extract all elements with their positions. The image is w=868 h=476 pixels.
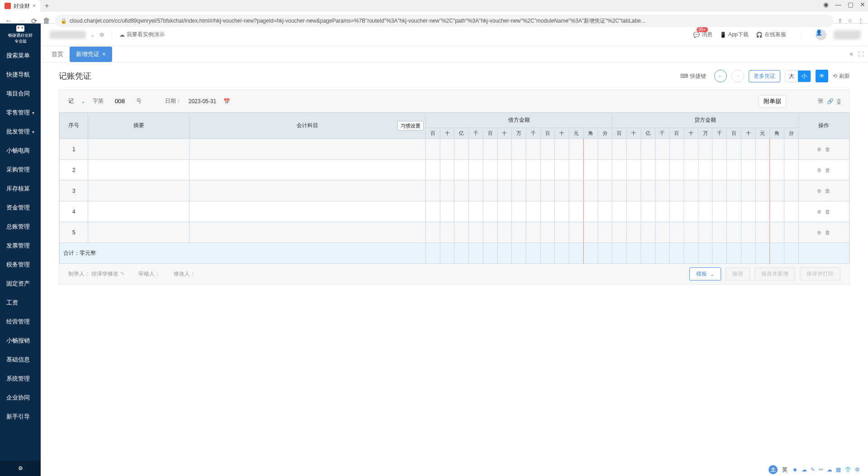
close-window-icon[interactable]: ✕ xyxy=(860,1,865,8)
size-small-button[interactable]: 小 xyxy=(798,71,811,82)
template-button[interactable]: 模板 ⌄ xyxy=(689,267,721,281)
amount-digit[interactable] xyxy=(784,139,798,160)
eye-button[interactable]: 👁 xyxy=(816,70,828,82)
sidebar-item-11[interactable]: 税务管理 xyxy=(0,255,41,274)
amount-digit[interactable] xyxy=(684,222,698,243)
amount-digit[interactable] xyxy=(469,222,483,243)
amount-digit[interactable] xyxy=(627,181,641,201)
amount-digit[interactable] xyxy=(712,201,727,222)
amount-digit[interactable] xyxy=(684,139,698,160)
amount-digit[interactable] xyxy=(526,201,541,222)
save-button[interactable]: 保存 xyxy=(726,267,750,281)
amount-digit[interactable] xyxy=(655,139,670,160)
amount-digit[interactable] xyxy=(540,139,555,160)
delete-row-icon[interactable]: 🗑 xyxy=(825,167,830,173)
cell-account[interactable] xyxy=(189,181,426,201)
amount-digit[interactable] xyxy=(670,181,684,201)
amount-digit[interactable] xyxy=(540,181,555,201)
amount-digit[interactable] xyxy=(741,160,755,181)
amount-digit[interactable] xyxy=(598,139,612,160)
amount-digit[interactable] xyxy=(526,139,541,160)
amount-digit[interactable] xyxy=(770,139,784,160)
menu-icon[interactable]: ⋮ xyxy=(858,18,863,24)
amount-digit[interactable] xyxy=(670,201,684,222)
amount-digit[interactable] xyxy=(483,160,497,181)
sidebar-item-16[interactable]: 基础信息 xyxy=(0,350,41,369)
edit-icon[interactable]: ✎ xyxy=(120,271,125,277)
amount-digit[interactable] xyxy=(627,139,641,160)
amount-digit[interactable] xyxy=(698,139,712,160)
amount-digit[interactable] xyxy=(555,222,569,243)
amount-digit[interactable] xyxy=(612,201,627,222)
delete-row-icon[interactable]: 🗑 xyxy=(825,209,830,215)
amount-digit[interactable] xyxy=(784,160,798,181)
cell-account[interactable] xyxy=(189,201,426,222)
amount-digit[interactable] xyxy=(512,139,526,160)
amount-digit[interactable] xyxy=(583,222,598,243)
amount-digit[interactable] xyxy=(655,160,670,181)
amount-digit[interactable] xyxy=(512,181,526,201)
delete-row-icon[interactable]: 🗑 xyxy=(825,188,830,194)
amount-digit[interactable] xyxy=(670,160,684,181)
messages-button[interactable]: 99+ 💬 消息 xyxy=(693,31,712,38)
amount-digit[interactable] xyxy=(670,139,684,160)
voucher-type[interactable]: 记 xyxy=(68,97,74,105)
tray-icon[interactable]: 👕 xyxy=(844,466,851,473)
amount-digit[interactable] xyxy=(526,181,541,201)
amount-digit[interactable] xyxy=(598,222,612,243)
amount-digit[interactable] xyxy=(755,181,770,201)
shortcut-button[interactable]: ⌨ 快捷键 xyxy=(677,71,710,82)
amount-digit[interactable] xyxy=(641,201,655,222)
amount-digit[interactable] xyxy=(770,222,784,243)
amount-digit[interactable] xyxy=(612,139,627,160)
close-icon[interactable]: × xyxy=(33,3,36,9)
amount-digit[interactable] xyxy=(512,201,526,222)
amount-digit[interactable] xyxy=(583,139,598,160)
amount-digit[interactable] xyxy=(583,160,598,181)
cell-summary[interactable] xyxy=(88,222,189,243)
sidebar-item-6[interactable]: 采购管理 xyxy=(0,160,41,179)
amount-digit[interactable] xyxy=(698,160,712,181)
amount-digit[interactable] xyxy=(426,181,440,201)
amount-digit[interactable] xyxy=(440,160,454,181)
amount-digit[interactable] xyxy=(655,201,670,222)
amount-digit[interactable] xyxy=(727,181,741,201)
amount-digit[interactable] xyxy=(454,181,469,201)
demo-link[interactable]: ☁ 我要看实例演示 xyxy=(119,31,165,38)
amount-digit[interactable] xyxy=(784,181,798,201)
amount-digit[interactable] xyxy=(426,160,440,181)
cell-account[interactable] xyxy=(189,222,426,243)
amount-digit[interactable] xyxy=(627,201,641,222)
sidebar-item-3[interactable]: 零售管理▾ xyxy=(0,103,41,122)
amount-digit[interactable] xyxy=(497,222,512,243)
link-icon[interactable]: 🔗 xyxy=(827,98,834,105)
amount-digit[interactable] xyxy=(526,160,541,181)
amount-digit[interactable] xyxy=(440,181,454,201)
sidebar-item-9[interactable]: 总账管理 xyxy=(0,217,41,236)
sidebar-item-1[interactable]: 快捷导航 xyxy=(0,65,41,84)
sidebar-item-14[interactable]: 经营管理 xyxy=(0,312,41,331)
amount-digit[interactable] xyxy=(727,201,741,222)
amount-digit[interactable] xyxy=(770,201,784,222)
amount-digit[interactable] xyxy=(469,201,483,222)
tray-icon[interactable]: ✎ xyxy=(811,466,815,473)
amount-digit[interactable] xyxy=(627,222,641,243)
amount-digit[interactable] xyxy=(440,201,454,222)
sidebar-item-2[interactable]: 项目合同 xyxy=(0,84,41,103)
amount-digit[interactable] xyxy=(755,160,770,181)
amount-digit[interactable] xyxy=(741,201,755,222)
amount-digit[interactable] xyxy=(454,201,469,222)
amount-digit[interactable] xyxy=(670,222,684,243)
amount-digit[interactable] xyxy=(655,181,670,201)
calendar-icon[interactable]: 📅 xyxy=(223,98,230,105)
amount-digit[interactable] xyxy=(526,222,541,243)
amount-digit[interactable] xyxy=(755,222,770,243)
amount-digit[interactable] xyxy=(454,222,469,243)
add-row-icon[interactable]: ⊕ xyxy=(817,229,821,236)
amount-digit[interactable] xyxy=(440,139,454,160)
date-value[interactable]: 2023-05-31 xyxy=(189,98,216,105)
cell-summary[interactable] xyxy=(88,181,189,201)
amount-digit[interactable] xyxy=(483,201,497,222)
sidebar-item-10[interactable]: 发票管理 xyxy=(0,236,41,255)
sidebar-item-15[interactable]: 小畅报销 xyxy=(0,331,41,350)
